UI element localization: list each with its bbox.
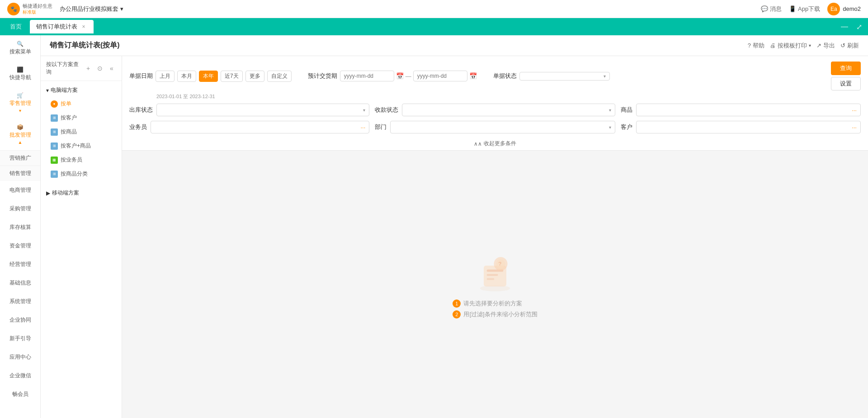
phone-icon: 📱 bbox=[789, 5, 796, 12]
chevron-down-icon: ▾ bbox=[604, 74, 606, 79]
filter-row-3: 业务员 ··· 部门 ▾ bbox=[129, 121, 861, 133]
empty-hint-1: 1 请先选择要分析的方案 bbox=[453, 299, 537, 308]
scheme-header-actions: + ⊙ « bbox=[84, 64, 116, 73]
export-btn[interactable]: ↗ 导出 bbox=[816, 42, 835, 50]
collapse-scheme-btn[interactable]: « bbox=[107, 64, 116, 73]
date-more-btn[interactable]: 更多 bbox=[245, 71, 264, 82]
sidebar-item-inventory[interactable]: 库存核算 bbox=[0, 218, 40, 237]
shipment-select[interactable]: ▾ bbox=[156, 104, 369, 116]
grid-icon: ⬛ bbox=[17, 66, 24, 73]
template-print-btn[interactable]: 🖨 按模板打印 ▾ bbox=[770, 42, 811, 50]
scheme-group-mobile-header[interactable]: ▶ 移动端方案 bbox=[41, 186, 122, 200]
bar-icon: ▦ bbox=[51, 157, 58, 164]
scheme-item-by-category[interactable]: ⊞ 按商品分类 bbox=[41, 167, 122, 181]
calendar-from-icon[interactable]: 📅 bbox=[396, 72, 404, 80]
expected-date-from-input[interactable] bbox=[340, 71, 394, 81]
receipt-select[interactable]: ▾ bbox=[402, 104, 615, 116]
date-this-month-btn[interactable]: 本月 bbox=[177, 71, 196, 82]
chevron-down-icon: ▾ bbox=[363, 108, 365, 113]
collapse-btn[interactable]: ∧∧ 收起更多条件 bbox=[467, 137, 524, 150]
sidebar-item-quick-nav[interactable]: ⬛ 快捷导航 bbox=[0, 61, 40, 87]
scheme-item-by-customer-product[interactable]: ⊞ 按客户+商品 bbox=[41, 139, 122, 153]
date-this-year-btn[interactable]: 本年 bbox=[199, 71, 218, 82]
chevron-up-icon: ∧∧ bbox=[474, 141, 482, 147]
expected-date-to-input[interactable] bbox=[413, 71, 467, 81]
search-btn[interactable]: 查询 bbox=[831, 62, 861, 75]
scheme-group-pc-header[interactable]: ▾ 电脑端方案 bbox=[41, 84, 122, 97]
tab-sales-order-stats[interactable]: 销售订单统计表 × bbox=[30, 20, 94, 33]
sidebar-item-retail[interactable]: 🛒 零售管理 ▾ bbox=[0, 87, 40, 119]
sidebar-item-finance[interactable]: 资金管理 bbox=[0, 237, 40, 255]
center-panel: 单据日期 上月 本月 本年 近7天 更多 自定义 预计交货期 bbox=[122, 56, 868, 418]
sidebar-item-app-center[interactable]: 应用中心 bbox=[0, 348, 40, 366]
help-btn[interactable]: ? 帮助 bbox=[748, 42, 764, 50]
scheme-group-mobile: ▶ 移动端方案 bbox=[41, 184, 122, 202]
status-label: 单据状态 bbox=[493, 72, 517, 80]
sidebar-item-system[interactable]: 系统管理 bbox=[0, 292, 40, 311]
settings-btn[interactable]: 设置 bbox=[831, 77, 861, 90]
goods-select[interactable]: ··· bbox=[636, 104, 861, 116]
maximize-window-btn[interactable]: ⤢ bbox=[854, 21, 864, 32]
circle-icon: ● bbox=[51, 100, 58, 108]
minimize-window-btn[interactable]: — bbox=[839, 21, 850, 32]
message-icon: 💬 bbox=[761, 5, 768, 12]
scheme-item-by-product[interactable]: ⊞ 按商品 bbox=[41, 125, 122, 139]
calendar-to-icon[interactable]: 📅 bbox=[469, 72, 477, 80]
receipt-label: 收款状态 bbox=[375, 106, 398, 114]
scheme-panel: 按以下方案查询 + ⊙ « ▾ 电脑端方案 ● 按单 bbox=[41, 56, 122, 418]
scheme-item-by-customer[interactable]: ⊞ 按客户 bbox=[41, 111, 122, 125]
refresh-btn[interactable]: ↺ 刷新 bbox=[840, 42, 859, 50]
sidebar-item-search[interactable]: 🔍 搜索菜单 bbox=[0, 35, 40, 61]
sidebar-item-base-info[interactable]: 基础信息 bbox=[0, 274, 40, 292]
sidebar-item-operations[interactable]: 经营管理 bbox=[0, 255, 40, 274]
hint-num-1: 1 bbox=[453, 299, 461, 308]
sidebar-item-enterprise-wechat[interactable]: 企业微信 bbox=[0, 366, 40, 385]
app-download-btn[interactable]: 📱 App下载 bbox=[789, 5, 820, 13]
add-scheme-btn[interactable]: + bbox=[84, 64, 93, 73]
sidebar-item-member[interactable]: 畅会员 bbox=[0, 385, 40, 404]
date-last-7-btn[interactable]: 近7天 bbox=[221, 71, 243, 82]
expected-date-group: 预计交货期 📅 — 📅 bbox=[308, 71, 477, 81]
sidebar-item-enterprise[interactable]: 企业协同 bbox=[0, 311, 40, 329]
settings-scheme-btn[interactable]: ⊙ bbox=[95, 64, 104, 73]
status-select[interactable]: ▾ bbox=[519, 72, 610, 81]
salesperson-filter-group: 业务员 ··· bbox=[129, 121, 369, 133]
sidebar-item-marketing[interactable]: 营销推广 bbox=[0, 150, 40, 166]
chevron-down-icon: ▾ bbox=[609, 125, 611, 130]
empty-hint-2: 2 用[过滤]条件来缩小分析范围 bbox=[453, 310, 537, 318]
user-menu[interactable]: Ea demo2 bbox=[827, 3, 861, 15]
filter-row-1: 单据日期 上月 本月 本年 近7天 更多 自定义 预计交货期 bbox=[129, 62, 861, 90]
date-filter-group: 单据日期 上月 本月 本年 近7天 更多 自定义 bbox=[129, 71, 292, 82]
date-custom-btn[interactable]: 自定义 bbox=[267, 71, 292, 82]
grid3-icon: ⊞ bbox=[51, 142, 58, 150]
sidebar-item-ecommerce[interactable]: 电商管理 bbox=[0, 181, 40, 200]
scheme-item-by-order[interactable]: ● 按单 bbox=[41, 97, 122, 111]
svg-text:?: ? bbox=[498, 261, 501, 266]
goods-filter-group: 商品 ··· bbox=[621, 104, 861, 116]
date-last-month-btn[interactable]: 上月 bbox=[156, 71, 175, 82]
message-btn[interactable]: 💬 消息 bbox=[761, 5, 782, 13]
tab-close-icon[interactable]: × bbox=[80, 23, 87, 30]
sidebar-item-sales-mgmt[interactable]: 销售管理 bbox=[0, 166, 40, 181]
salesperson-select[interactable]: ··· bbox=[151, 121, 369, 133]
scheme-group-pc: ▾ 电脑端方案 ● 按单 ⊞ 按客户 ⊞ 按商品 bbox=[41, 81, 122, 184]
customer-select[interactable]: ··· bbox=[636, 121, 861, 133]
company-selector[interactable]: 办公用品行业模拟账套 ▾ bbox=[56, 3, 127, 15]
top-bar-left: 🐾 畅捷通好生意 标准版 办公用品行业模拟账套 ▾ bbox=[7, 3, 127, 15]
shipment-filter-group: 出库状态 ▾ bbox=[129, 104, 369, 116]
retail-icon: 🛒 bbox=[17, 92, 24, 99]
sidebar-item-purchase[interactable]: 采购管理 bbox=[0, 200, 40, 218]
tab-home[interactable]: 首页 bbox=[4, 20, 28, 33]
content-area: 销售订单统计表(按单) ? 帮助 🖨 按模板打印 ▾ ↗ 导出 ↺ 刷新 bbox=[41, 35, 868, 418]
chevron-down-icon: ▾ bbox=[120, 5, 123, 12]
sidebar-item-wholesale[interactable]: 📦 批发管理 ▲ bbox=[0, 119, 40, 150]
chevron-down-icon: ▾ bbox=[19, 108, 21, 113]
chevron-down-icon: ▾ bbox=[46, 87, 49, 94]
page-title: 销售订单统计表(按单) bbox=[50, 41, 120, 56]
department-select[interactable]: ▾ bbox=[390, 121, 615, 133]
search-icon: 🔍 bbox=[17, 41, 24, 47]
scheme-item-by-salesperson[interactable]: ▦ 按业务员 bbox=[41, 153, 122, 167]
sidebar-item-new-guide[interactable]: 新手引导 bbox=[0, 329, 40, 348]
expected-date-range: 📅 — 📅 bbox=[340, 71, 477, 81]
department-filter-group: 部门 ▾ bbox=[375, 121, 615, 133]
